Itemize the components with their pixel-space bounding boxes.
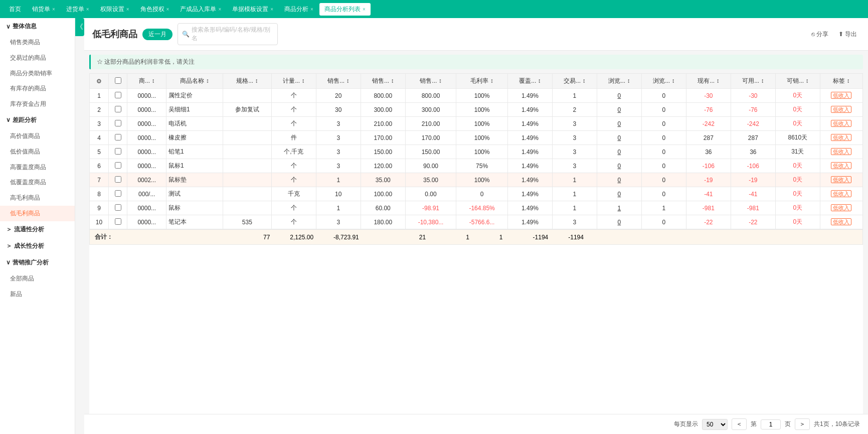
- col-browse1-header[interactable]: 浏览... ↕: [597, 74, 641, 89]
- prev-page-button[interactable]: ＜: [732, 418, 747, 430]
- close-icon[interactable]: ×: [166, 7, 169, 12]
- close-icon[interactable]: ×: [363, 7, 366, 12]
- row-checkbox[interactable]: [109, 173, 127, 187]
- col-sellable-header[interactable]: 可销... ↕: [775, 74, 820, 89]
- col-available-header[interactable]: 可用... ↕: [731, 74, 775, 89]
- collapse-sidebar-button[interactable]: 《: [75, 18, 84, 36]
- sidebar-item-low-coverage[interactable]: 低覆盖度商品: [0, 175, 75, 190]
- nav-template-settings[interactable]: 单据模板设置 ×: [227, 3, 278, 16]
- row-stock-now: -76: [686, 103, 731, 117]
- row-name[interactable]: 鼠标: [166, 201, 223, 215]
- row-qty: 3: [316, 145, 361, 159]
- page-number-input[interactable]: [761, 419, 781, 429]
- sidebar-item-stocked-products[interactable]: 有库存的商品: [0, 81, 75, 96]
- col-trade-header[interactable]: 交易... ↕: [552, 74, 597, 89]
- row-checkbox[interactable]: [109, 103, 127, 117]
- per-page-select[interactable]: 50 100 200: [702, 419, 728, 430]
- select-all-checkbox[interactable]: [115, 77, 121, 84]
- row-tag: 低收入: [820, 117, 862, 131]
- row-browse1[interactable]: 0: [597, 215, 641, 229]
- per-page-label: 每页显示: [674, 420, 698, 428]
- col-browse2-header[interactable]: 浏览... ↕: [641, 74, 686, 89]
- sidebar-item-high-coverage[interactable]: 高覆盖度商品: [0, 160, 75, 175]
- data-table-container[interactable]: ⚙ 商... ↕ 商品名称 ↕ 规格... ↕ 计量... ↕ 销售... ↕ …: [89, 73, 863, 414]
- row-checkbox[interactable]: [109, 201, 127, 215]
- col-coverage-header[interactable]: 覆盖... ↕: [507, 74, 552, 89]
- nav-permissions[interactable]: 权限设置 ×: [95, 3, 134, 16]
- nav-product-analysis-list[interactable]: 商品分析列表 ×: [319, 3, 371, 16]
- row-name[interactable]: 属性定价: [166, 89, 223, 103]
- sidebar-item-category-rate[interactable]: 商品分类助销率: [0, 66, 75, 81]
- col-settings[interactable]: ⚙: [90, 74, 109, 89]
- row-browse1[interactable]: 0: [597, 117, 641, 131]
- page-summary: 共1页，10条记录: [814, 420, 860, 428]
- row-browse1[interactable]: 1: [597, 201, 641, 215]
- sidebar-group-flow-analysis[interactable]: ＞ 流通性分析: [0, 221, 75, 238]
- nav-product-entry[interactable]: 产成品入库单 ×: [175, 3, 226, 16]
- sidebar-group-overall[interactable]: ∨ 整体信息: [0, 18, 75, 35]
- row-checkbox[interactable]: [109, 117, 127, 131]
- row-name[interactable]: 电话机: [166, 117, 223, 131]
- sidebar-group-marketing-analysis[interactable]: ∨ 营销推广分析: [0, 254, 75, 271]
- col-stock-now-header[interactable]: 现有... ↕: [686, 74, 731, 89]
- nav-product-analysis[interactable]: 商品分析 ×: [279, 3, 318, 16]
- nav-sales[interactable]: 销货单 ×: [27, 3, 60, 16]
- close-icon[interactable]: ×: [52, 7, 55, 12]
- row-checkbox[interactable]: [109, 215, 127, 229]
- col-unit-header[interactable]: 计量... ↕: [271, 74, 316, 89]
- row-browse1[interactable]: 0: [597, 187, 641, 201]
- share-button[interactable]: ⎋ 分享: [808, 29, 831, 40]
- row-name[interactable]: 测试: [166, 187, 223, 201]
- col-sale-price-header[interactable]: 销售... ↕: [361, 74, 405, 89]
- row-name[interactable]: 铅笔1: [166, 145, 223, 159]
- col-code-header[interactable]: 商... ↕: [127, 74, 166, 89]
- close-icon[interactable]: ×: [310, 7, 313, 12]
- row-browse1[interactable]: 0: [597, 159, 641, 173]
- close-icon[interactable]: ×: [86, 7, 89, 12]
- col-gross-rate-header[interactable]: 毛利率 ↕: [456, 74, 508, 89]
- col-tag-header[interactable]: 标签 ↕: [820, 74, 862, 89]
- sidebar-item-sales-products[interactable]: 销售类商品: [0, 35, 75, 50]
- col-spec-header[interactable]: 规格... ↕: [223, 74, 271, 89]
- sidebar-group-growth-analysis[interactable]: ＞ 成长性分析: [0, 238, 75, 254]
- row-name[interactable]: 橡皮擦: [166, 131, 223, 145]
- col-name-header[interactable]: 商品名称 ↕: [166, 74, 223, 89]
- nav-home[interactable]: 首页: [4, 3, 26, 16]
- sidebar-item-stock-capital[interactable]: 库存资金占用: [0, 96, 75, 112]
- row-num: 7: [90, 173, 109, 187]
- close-icon[interactable]: ×: [270, 7, 273, 12]
- row-name[interactable]: 吴细细1: [166, 103, 223, 117]
- row-checkbox[interactable]: [109, 187, 127, 201]
- row-browse1[interactable]: 0: [597, 145, 641, 159]
- nav-role-auth[interactable]: 角色授权 ×: [135, 3, 175, 16]
- close-icon[interactable]: ×: [218, 7, 221, 12]
- row-browse1[interactable]: 0: [597, 131, 641, 145]
- sidebar-item-traded-products[interactable]: 交易过的商品: [0, 50, 75, 66]
- sidebar-item-high-value[interactable]: 高价值商品: [0, 128, 75, 144]
- export-button[interactable]: ⬆ 导出: [835, 29, 860, 40]
- col-sale-profit-header[interactable]: 销售... ↕: [405, 74, 456, 89]
- next-page-button[interactable]: ＞: [795, 418, 810, 430]
- sidebar-item-low-value[interactable]: 低价值商品: [0, 144, 75, 160]
- row-checkbox[interactable]: [109, 159, 127, 173]
- sidebar-group-gap-analysis[interactable]: ∨ 差距分析: [0, 112, 75, 128]
- row-name[interactable]: 鼠标垫: [166, 173, 223, 187]
- sidebar-item-low-margin[interactable]: 低毛利商品: [0, 206, 75, 221]
- sidebar-item-all-products[interactable]: 全部商品: [0, 271, 75, 286]
- row-browse1[interactable]: 0: [597, 103, 641, 117]
- sidebar-item-high-margin[interactable]: 高毛利商品: [0, 190, 75, 206]
- row-checkbox[interactable]: [109, 145, 127, 159]
- nav-purchase[interactable]: 进货单 ×: [61, 3, 94, 16]
- sidebar-item-new-products[interactable]: 新品: [0, 286, 75, 302]
- row-browse1[interactable]: 0: [597, 173, 641, 187]
- col-checkbox-all[interactable]: [109, 74, 127, 89]
- row-checkbox[interactable]: [109, 131, 127, 145]
- close-icon[interactable]: ×: [126, 7, 129, 12]
- filter-recent-month-button[interactable]: 近一月: [142, 29, 172, 40]
- row-name[interactable]: 笔记本: [166, 215, 223, 229]
- row-name[interactable]: 鼠标1: [166, 159, 223, 173]
- row-browse1[interactable]: 0: [597, 89, 641, 103]
- row-checkbox[interactable]: [109, 89, 127, 103]
- col-sale-qty-header[interactable]: 销售... ↕: [316, 74, 361, 89]
- row-unit: 件: [271, 131, 316, 145]
